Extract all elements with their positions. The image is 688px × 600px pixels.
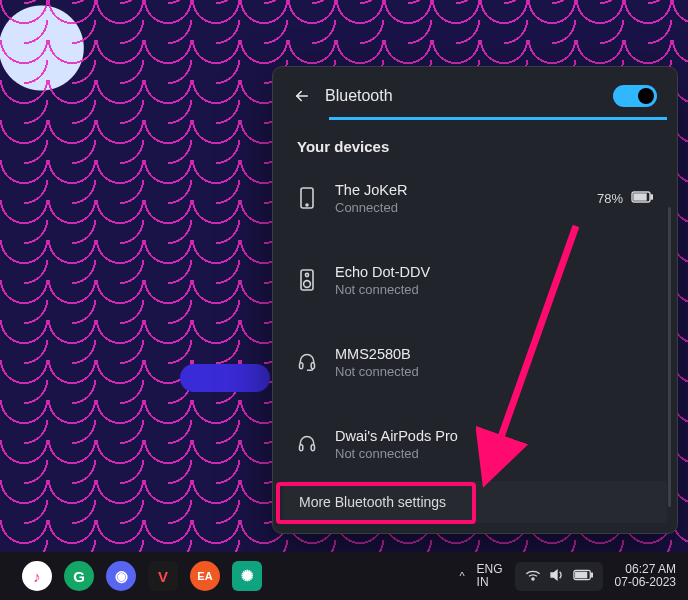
svg-point-6	[305, 273, 308, 276]
device-list: The JoKeR Connected 78% Echo Dot-DDV Not…	[273, 163, 677, 479]
headset-icon	[297, 352, 317, 372]
device-name: MMS2580B	[335, 346, 419, 362]
wifi-icon	[525, 569, 541, 584]
battery-percent: 78%	[597, 191, 623, 206]
svg-rect-10	[300, 445, 303, 451]
device-item[interactable]: Echo Dot-DDV Not connected	[281, 245, 669, 315]
wallpaper-accent	[180, 364, 270, 392]
device-name: Dwai's AirPods Pro	[335, 428, 458, 444]
app-grammarly[interactable]: G	[64, 561, 94, 591]
device-item[interactable]: Dwai's AirPods Pro Not connected	[281, 409, 669, 479]
system-tray[interactable]	[515, 562, 603, 591]
volume-icon	[549, 568, 565, 585]
desktop: Bluetooth Your devices The JoKeR Connect…	[0, 0, 688, 600]
svg-rect-9	[311, 363, 314, 369]
clock-date: 07-06-2023	[615, 576, 676, 589]
taskbar-pinned-apps: ♪G◉VEA✺	[0, 561, 262, 591]
app-ea[interactable]: EA	[190, 561, 220, 591]
clock[interactable]: 06:27 AM 07-06-2023	[615, 563, 676, 589]
language-switcher[interactable]: ENG IN	[477, 563, 503, 589]
svg-point-13	[532, 577, 534, 579]
device-status: Connected	[335, 200, 408, 215]
device-status: Not connected	[335, 446, 458, 461]
bluetooth-toggle[interactable]	[613, 85, 657, 107]
back-icon[interactable]	[293, 87, 311, 105]
svg-rect-4	[634, 194, 646, 200]
language-bottom: IN	[477, 576, 503, 589]
flyout-scrollbar[interactable]	[668, 207, 671, 507]
svg-point-7	[304, 281, 311, 288]
app-chatgpt[interactable]: ✺	[232, 561, 262, 591]
app-valorant[interactable]: V	[148, 561, 178, 591]
battery-icon	[573, 569, 593, 584]
app-music[interactable]: ♪	[22, 561, 52, 591]
device-item[interactable]: MMS2580B Not connected	[281, 327, 669, 397]
device-status: Not connected	[335, 364, 419, 379]
svg-rect-11	[311, 445, 314, 451]
device-item[interactable]: The JoKeR Connected 78%	[281, 163, 669, 233]
taskbar: ♪G◉VEA✺ ^ ENG IN 06:27 AM 07-06-2023	[0, 552, 688, 600]
app-discord[interactable]: ◉	[106, 561, 136, 591]
svg-rect-15	[591, 573, 593, 577]
svg-rect-3	[651, 195, 653, 199]
more-bluetooth-settings-button[interactable]: More Bluetooth settings	[283, 481, 667, 523]
more-bluetooth-settings-label: More Bluetooth settings	[299, 494, 446, 510]
section-title-your-devices: Your devices	[273, 120, 677, 163]
phone-icon	[297, 187, 317, 209]
battery-icon	[631, 191, 653, 206]
svg-rect-16	[575, 572, 586, 577]
svg-point-1	[306, 204, 308, 206]
tray-overflow-icon[interactable]: ^	[459, 570, 464, 582]
device-name: Echo Dot-DDV	[335, 264, 430, 280]
headphones-icon	[297, 434, 317, 454]
speaker-icon	[297, 269, 317, 291]
flyout-title: Bluetooth	[325, 87, 599, 105]
device-status: Not connected	[335, 282, 430, 297]
device-name: The JoKeR	[335, 182, 408, 198]
bluetooth-flyout: Bluetooth Your devices The JoKeR Connect…	[272, 66, 678, 534]
svg-rect-8	[300, 363, 303, 369]
